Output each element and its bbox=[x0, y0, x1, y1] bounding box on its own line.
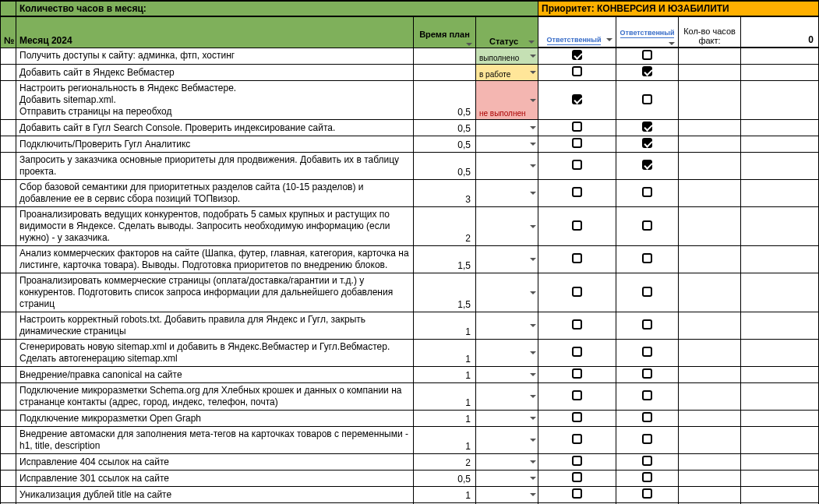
task-cell[interactable]: Подключение микроразметки Open Graph bbox=[16, 411, 414, 427]
trailing-cell[interactable] bbox=[741, 48, 819, 65]
resp1-checkbox-cell[interactable] bbox=[538, 120, 616, 136]
row-num-cell[interactable] bbox=[1, 273, 16, 312]
chevron-down-icon[interactable] bbox=[530, 439, 536, 442]
task-cell[interactable]: Добавить сайт в Гугл Search Console. Про… bbox=[16, 120, 414, 136]
trailing-cell[interactable] bbox=[741, 136, 819, 153]
col-header-status[interactable]: Статус bbox=[476, 16, 538, 48]
time-plan-cell[interactable]: 1 bbox=[414, 367, 476, 383]
resp2-checkbox-cell[interactable] bbox=[616, 81, 679, 120]
chevron-down-icon[interactable] bbox=[530, 395, 536, 398]
hours-fact-cell[interactable] bbox=[679, 153, 741, 180]
time-plan-cell[interactable] bbox=[414, 65, 476, 81]
trailing-cell[interactable] bbox=[741, 427, 819, 454]
time-plan-cell[interactable]: 1 bbox=[414, 383, 476, 411]
time-plan-cell[interactable]: 3 bbox=[414, 180, 476, 207]
hours-fact-cell[interactable] bbox=[679, 180, 741, 207]
task-cell[interactable]: Проанализировать ведущих конкурентов, по… bbox=[16, 207, 414, 246]
row-num-cell[interactable] bbox=[1, 153, 16, 180]
trailing-cell[interactable] bbox=[741, 246, 819, 273]
row-num-cell[interactable] bbox=[1, 487, 16, 503]
resp2-checkbox-cell[interactable] bbox=[616, 136, 679, 153]
resp2-checkbox-cell[interactable] bbox=[616, 471, 679, 487]
resp2-checkbox-cell[interactable] bbox=[616, 411, 679, 427]
chevron-down-icon[interactable] bbox=[530, 99, 536, 102]
checkbox[interactable] bbox=[642, 187, 652, 197]
time-plan-cell[interactable]: 0,5 bbox=[414, 136, 476, 153]
resp1-checkbox-cell[interactable] bbox=[538, 81, 616, 120]
task-cell[interactable]: Получить доступы к сайту: админка, фтп, … bbox=[16, 48, 414, 65]
chevron-down-icon[interactable] bbox=[530, 417, 536, 420]
trailing-cell[interactable] bbox=[741, 180, 819, 207]
trailing-cell[interactable] bbox=[741, 273, 819, 312]
resp1-checkbox-cell[interactable] bbox=[538, 340, 616, 367]
row-num-cell[interactable] bbox=[1, 454, 16, 471]
checkbox[interactable] bbox=[642, 138, 652, 148]
resp1-checkbox-cell[interactable] bbox=[538, 246, 616, 273]
status-cell[interactable] bbox=[476, 312, 538, 340]
checkbox[interactable] bbox=[572, 319, 582, 330]
status-cell[interactable] bbox=[476, 367, 538, 383]
checkbox[interactable] bbox=[642, 66, 652, 76]
time-plan-cell[interactable]: 2 bbox=[414, 207, 476, 246]
checkbox[interactable] bbox=[642, 368, 652, 379]
task-cell[interactable]: Анализ коммерческих факторов на сайте (Ш… bbox=[16, 246, 414, 273]
chevron-down-icon[interactable] bbox=[530, 192, 536, 195]
task-cell[interactable]: Сгенерировать новую sitemap.xml и добави… bbox=[16, 340, 414, 367]
chevron-down-icon[interactable] bbox=[530, 493, 536, 496]
time-plan-cell[interactable]: 1 bbox=[414, 340, 476, 367]
chevron-down-icon[interactable] bbox=[530, 291, 536, 294]
checkbox[interactable] bbox=[572, 287, 582, 297]
resp1-checkbox-cell[interactable] bbox=[538, 383, 616, 411]
chevron-down-icon[interactable] bbox=[530, 126, 536, 129]
chevron-down-icon[interactable] bbox=[466, 43, 472, 46]
chevron-down-icon[interactable] bbox=[606, 38, 612, 41]
row-num-cell[interactable] bbox=[1, 383, 16, 411]
task-cell[interactable]: Настроить корректный robots.txt. Добавит… bbox=[16, 312, 414, 340]
chevron-down-icon[interactable] bbox=[530, 71, 536, 74]
status-cell[interactable] bbox=[476, 427, 538, 454]
hours-fact-cell[interactable] bbox=[679, 246, 741, 273]
hours-fact-cell[interactable] bbox=[679, 487, 741, 503]
checkbox[interactable] bbox=[572, 472, 582, 482]
resp1-checkbox-cell[interactable] bbox=[538, 153, 616, 180]
checkbox[interactable] bbox=[642, 220, 652, 231]
checkbox[interactable] bbox=[642, 347, 652, 357]
trailing-cell[interactable] bbox=[741, 471, 819, 487]
task-cell[interactable]: Подключить/Проверить Гугл Аналитикс bbox=[16, 136, 414, 153]
resp2-checkbox-cell[interactable] bbox=[616, 340, 679, 367]
resp2-checkbox-cell[interactable] bbox=[616, 65, 679, 81]
status-cell[interactable] bbox=[476, 471, 538, 487]
row-num-cell[interactable] bbox=[1, 427, 16, 454]
time-plan-cell[interactable]: 2 bbox=[414, 454, 476, 471]
chevron-down-icon[interactable] bbox=[530, 351, 536, 354]
trailing-cell[interactable] bbox=[741, 81, 819, 120]
resp2-checkbox-cell[interactable] bbox=[616, 367, 679, 383]
hours-fact-cell[interactable] bbox=[679, 471, 741, 487]
hours-fact-cell[interactable] bbox=[679, 65, 741, 81]
time-plan-cell[interactable]: 1 bbox=[414, 427, 476, 454]
hours-fact-cell[interactable] bbox=[679, 273, 741, 312]
resp1-checkbox-cell[interactable] bbox=[538, 427, 616, 454]
checkbox[interactable] bbox=[642, 434, 652, 444]
resp1-checkbox-cell[interactable] bbox=[538, 65, 616, 81]
trailing-cell[interactable] bbox=[741, 487, 819, 503]
checkbox[interactable] bbox=[572, 187, 582, 197]
resp1-checkbox-cell[interactable] bbox=[538, 487, 616, 503]
chevron-down-icon[interactable] bbox=[530, 460, 536, 463]
status-cell[interactable] bbox=[476, 340, 538, 367]
trailing-cell[interactable] bbox=[741, 383, 819, 411]
resp2-checkbox-cell[interactable] bbox=[616, 120, 679, 136]
hours-fact-cell[interactable] bbox=[679, 207, 741, 246]
resp2-checkbox-cell[interactable] bbox=[616, 246, 679, 273]
time-plan-cell[interactable]: 1,5 bbox=[414, 246, 476, 273]
trailing-cell[interactable] bbox=[741, 411, 819, 427]
resp1-checkbox-cell[interactable] bbox=[538, 48, 616, 65]
resp2-checkbox-cell[interactable] bbox=[616, 48, 679, 65]
resp1-checkbox-cell[interactable] bbox=[538, 136, 616, 153]
row-num-cell[interactable] bbox=[1, 120, 16, 136]
chevron-down-icon[interactable] bbox=[669, 42, 675, 45]
checkbox[interactable] bbox=[642, 390, 652, 400]
task-cell[interactable]: Настроить региональность в Яндекс Вебмас… bbox=[16, 81, 414, 120]
time-plan-cell[interactable]: 0,5 bbox=[414, 153, 476, 180]
hours-fact-cell[interactable] bbox=[679, 427, 741, 454]
